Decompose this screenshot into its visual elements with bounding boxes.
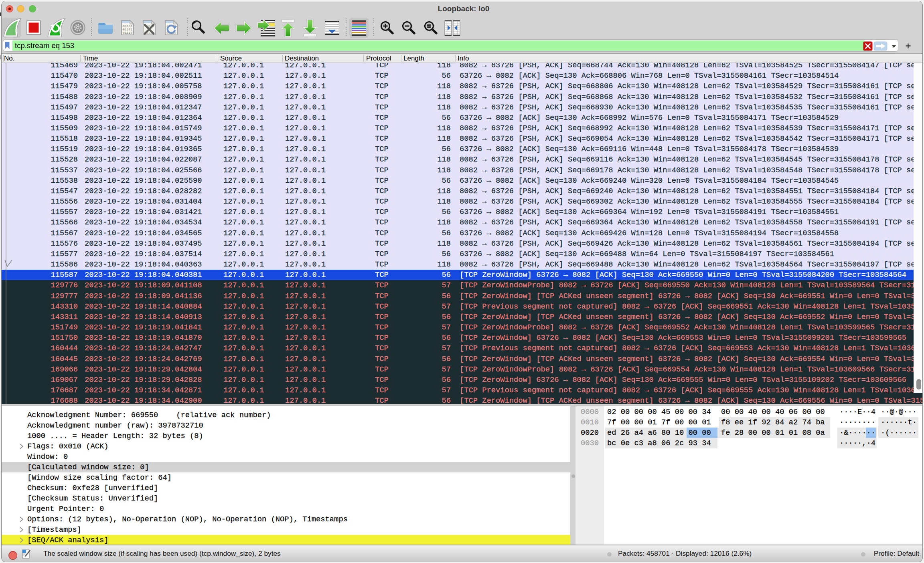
svg-text:01110: 01110	[123, 31, 132, 34]
